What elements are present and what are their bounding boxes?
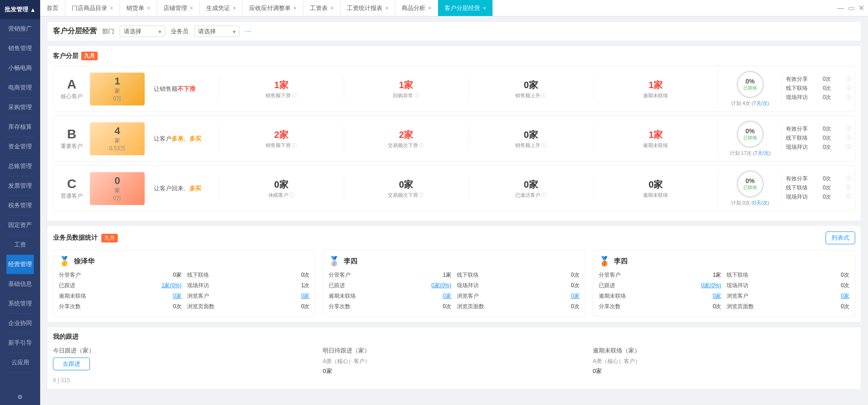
info-icon[interactable]: ⓘ xyxy=(541,142,546,149)
contact-plan-link[interactable]: 7天/次 xyxy=(755,150,769,156)
sidebar-item-系统管理[interactable]: 系统管理 xyxy=(6,294,34,314)
info-icon-right[interactable]: ⓘ xyxy=(846,143,851,151)
sidebar-item-电商管理[interactable]: 电商管理 xyxy=(6,78,34,98)
info-icon[interactable]: ⓘ xyxy=(541,92,546,99)
sales-stat-value[interactable]: 0家 xyxy=(841,292,849,300)
tab-close-icon[interactable]: × xyxy=(147,5,150,11)
tab-生成凭证[interactable]: 生成凭证× xyxy=(200,0,243,16)
tab-门店商品目录[interactable]: 门店商品目录× xyxy=(65,0,120,16)
info-icon-right[interactable]: ⓘ xyxy=(846,193,851,201)
tier-stat-item[interactable]: 0家交易频次下滑ⓘ xyxy=(344,177,469,200)
sidebar-item-云应用[interactable]: 云应用 xyxy=(6,353,34,373)
tier-stat-item[interactable]: 0家逾期未联络 xyxy=(593,177,718,200)
sidebar-item-经营管理[interactable]: 经营管理 xyxy=(6,255,34,274)
tab-工资表[interactable]: 工资表× xyxy=(303,0,340,16)
tab-close-icon[interactable]: × xyxy=(190,5,193,11)
tab-close-icon[interactable]: × xyxy=(293,5,297,11)
contact-plan-link[interactable]: 0天/次 xyxy=(753,200,768,205)
list-view-button[interactable]: 列表式 xyxy=(826,231,855,244)
sales-stat-value[interactable]: 0家(0%) xyxy=(431,282,451,289)
right-stat-val: 0次 xyxy=(823,94,831,101)
sales-stat-row: 浏览客户0家 xyxy=(187,292,310,300)
sidebar-item-发票管理[interactable]: 发票管理 xyxy=(6,176,34,196)
tab-close-icon[interactable]: × xyxy=(110,5,113,11)
info-icon[interactable]: ⓘ xyxy=(414,92,419,99)
tier-count-box[interactable]: 0家0万 xyxy=(90,172,145,205)
info-icon-right[interactable]: ⓘ xyxy=(846,134,851,142)
tab-应收应付调整单[interactable]: 应收应付调整单× xyxy=(243,0,303,16)
tab-close-icon[interactable]: × xyxy=(385,5,388,11)
tab-首页[interactable]: 首页 xyxy=(40,0,65,16)
tab-close-icon[interactable]: × xyxy=(330,5,334,11)
sales-section: 业务员数据统计 九月 列表式 🥇徐泽华分管客户0家线下联络0次已跟进1家(0%)… xyxy=(47,226,861,322)
info-icon-right[interactable]: ⓘ xyxy=(846,75,851,83)
contact-pct: 0% xyxy=(745,78,754,85)
info-icon-right[interactable]: ⓘ xyxy=(846,175,851,183)
info-icon[interactable]: ⓘ xyxy=(289,192,294,199)
info-icon-right[interactable]: ⓘ xyxy=(846,94,851,101)
tier-stat-item[interactable]: 1家逾期未联络 xyxy=(593,127,718,151)
sidebar-item-资金管理[interactable]: 资金管理 xyxy=(6,137,34,157)
info-icon[interactable]: ⓘ xyxy=(419,192,424,199)
tier-stat-item[interactable]: 0家已激活客户ⓘ xyxy=(468,177,593,200)
tab-close-icon[interactable]: × xyxy=(483,5,486,11)
info-icon[interactable]: ⓘ xyxy=(292,142,297,149)
tier-stat-item[interactable]: 0家休眠客户ⓘ xyxy=(219,177,344,200)
sidebar-item-基础信息[interactable]: 基础信息 xyxy=(6,274,34,294)
right-stat-val: 0次 xyxy=(823,84,831,92)
settings-gear-icon[interactable]: ⚙ xyxy=(0,389,40,405)
sidebar-item-采购管理[interactable]: 采购管理 xyxy=(6,98,34,117)
tab-销货单[interactable]: 销货单× xyxy=(120,0,157,16)
tier-count-box[interactable]: 4家0.53万 xyxy=(90,122,145,155)
sales-stat-value[interactable]: 0家 xyxy=(713,292,722,300)
tab-客户分层经营[interactable]: 客户分层经营× xyxy=(438,0,493,16)
tier-count-box[interactable]: 1家0万 xyxy=(90,73,145,105)
tier-stat-item[interactable]: 1家回购异常ⓘ xyxy=(344,77,469,101)
goto-followup-button[interactable]: 去跟进 xyxy=(53,358,90,370)
contact-plan-link[interactable]: 7天/次 xyxy=(753,100,768,106)
sales-stat-label: 浏览客户 xyxy=(727,292,748,300)
sidebar-header[interactable]: 批发管理 ▲ xyxy=(0,0,40,19)
tab-close-icon[interactable]: × xyxy=(428,5,431,11)
info-icon-right[interactable]: ⓘ xyxy=(846,184,851,192)
sidebar-item-总账管理[interactable]: 总账管理 xyxy=(6,157,34,176)
sidebar-item-税务管理[interactable]: 税务管理 xyxy=(6,196,34,216)
sidebar-item-工资[interactable]: 工资 xyxy=(6,235,34,255)
tier-label-B: B重要客户 xyxy=(53,127,90,150)
info-icon[interactable]: ⓘ xyxy=(419,142,424,149)
tier-stat-item[interactable]: 2家交易频次下滑ⓘ xyxy=(344,127,469,151)
sales-stat-value[interactable]: 1家(0%) xyxy=(162,282,182,289)
sales-stat-value[interactable]: 0家 xyxy=(571,292,580,300)
tier-stat-item[interactable]: 1家逾期未联络 xyxy=(593,77,718,101)
tier-stat-item[interactable]: 1家销售额下滑ⓘ xyxy=(219,77,344,101)
info-icon-right[interactable]: ⓘ xyxy=(846,125,851,133)
info-icon-right[interactable]: ⓘ xyxy=(846,84,851,92)
sidebar-item-营销推广[interactable]: 营销推广 xyxy=(6,19,34,39)
sales-stat-value[interactable]: 0家 xyxy=(173,292,182,300)
tier-stat-item[interactable]: 0家销售额上升ⓘ xyxy=(468,127,593,151)
window-close-icon[interactable]: ✕ xyxy=(858,4,864,12)
dept-select[interactable]: 请选择 xyxy=(120,26,165,37)
window-minimize-icon[interactable]: — xyxy=(837,4,844,12)
sidebar-item-小畅电商[interactable]: 小畅电商 xyxy=(6,58,34,78)
tier-stat-item[interactable]: 0家销售额上升ⓘ xyxy=(468,77,593,101)
tab-店铺管理[interactable]: 店铺管理× xyxy=(157,0,200,16)
sidebar-item-固定资产[interactable]: 固定资产 xyxy=(6,216,34,235)
sales-select[interactable]: 请选择 xyxy=(194,26,240,37)
sales-stat-value[interactable]: 0家 xyxy=(443,292,451,300)
tab-商品分析[interactable]: 商品分析× xyxy=(395,0,438,16)
info-icon[interactable]: ⓘ xyxy=(292,92,297,99)
sales-stat-value[interactable]: 0家 xyxy=(301,292,310,300)
tier-stat-item[interactable]: 2家销售额下滑ⓘ xyxy=(219,127,344,151)
info-icon[interactable]: ⓘ xyxy=(541,192,546,199)
window-restore-icon[interactable]: ▭ xyxy=(848,4,855,12)
tab-工资统计报表[interactable]: 工资统计报表× xyxy=(340,0,395,16)
sidebar-item-库存核算[interactable]: 库存核算 xyxy=(6,117,34,137)
sidebar-item-新手引导[interactable]: 新手引导 xyxy=(6,333,34,353)
more-filter-dots[interactable]: ··· xyxy=(245,27,251,36)
sidebar-item-销售管理[interactable]: 销售管理 xyxy=(6,39,34,58)
tab-close-icon[interactable]: × xyxy=(233,5,236,11)
sidebar-item-企业协同[interactable]: 企业协同 xyxy=(6,314,34,333)
sales-stat-row: 现场拜访1次 xyxy=(187,282,310,289)
sales-stat-value[interactable]: 0家(0%) xyxy=(701,282,721,289)
